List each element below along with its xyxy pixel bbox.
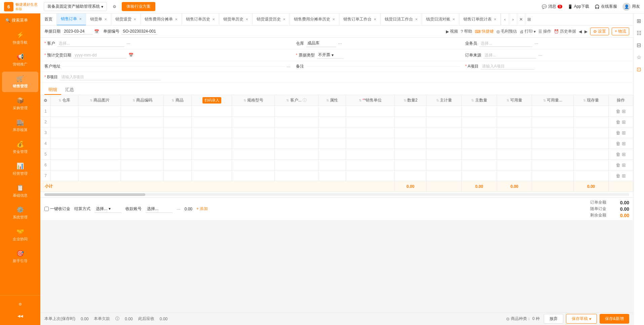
delivery-calendar-icon[interactable]: 📅 <box>128 53 134 57</box>
sidebar-item-inventory[interactable]: 🏬 库存核算 <box>2 115 38 136</box>
tab-close-icon[interactable]: ✕ <box>332 17 335 21</box>
tab-menu-btn[interactable]: ✕ <box>517 13 525 26</box>
account-ellipsis[interactable]: ··· <box>177 206 181 212</box>
table-cell[interactable] <box>51 170 78 181</box>
delete-icon[interactable]: 🗑 <box>616 109 620 114</box>
save-draft-button[interactable]: 保存草稿 ▾ <box>566 314 597 324</box>
table-cell[interactable] <box>318 138 346 149</box>
table-cell[interactable] <box>497 117 532 127</box>
table-cell[interactable] <box>318 106 346 117</box>
right-settings-icon[interactable]: ⊞ <box>634 16 644 26</box>
order-source-input[interactable] <box>483 52 536 58</box>
table-cell[interactable] <box>121 127 164 138</box>
message-button[interactable]: 💬 消息 9 <box>542 4 562 9</box>
table-cell[interactable] <box>78 127 121 138</box>
table-cell[interactable] <box>191 138 232 149</box>
table-cell[interactable] <box>573 160 609 170</box>
table-cell[interactable] <box>394 127 426 138</box>
tab-close-icon[interactable]: ✕ <box>79 17 82 21</box>
scan-button[interactable]: 扫码录入 <box>202 97 221 104</box>
table-cell[interactable] <box>164 149 191 160</box>
tab-stats[interactable]: 销售订单统计表 ✕ <box>459 13 501 26</box>
table-cell[interactable] <box>78 149 121 160</box>
app-download-button[interactable]: 📱 App下载 <box>568 4 589 9</box>
order-source-ellipsis[interactable]: ··· <box>538 52 542 58</box>
table-cell[interactable] <box>532 127 573 138</box>
table-cell[interactable] <box>497 170 532 181</box>
a-project-input[interactable] <box>481 63 534 70</box>
table-cell[interactable] <box>232 117 275 127</box>
table-cell[interactable] <box>573 149 609 160</box>
table-cell[interactable] <box>497 160 532 170</box>
tab-order-workbench[interactable]: 销售订单工作台 ✕ <box>339 13 381 26</box>
table-cell[interactable] <box>51 117 78 127</box>
history-btn[interactable]: ⏰ 历史单据 <box>554 29 576 34</box>
table-cell[interactable] <box>426 170 462 181</box>
table-cell[interactable] <box>346 117 394 127</box>
view-btn[interactable]: ▶ 视频 <box>446 29 458 34</box>
next-record-btn[interactable]: ▶ <box>584 29 588 34</box>
table-cell[interactable] <box>462 170 497 181</box>
tab-expense-history[interactable]: 销售费用分摊单历史 ✕ <box>290 13 339 26</box>
table-cell[interactable] <box>191 117 232 127</box>
table-cell[interactable] <box>78 138 121 149</box>
table-cell[interactable] <box>462 138 497 149</box>
table-cell[interactable] <box>532 170 573 181</box>
table-cell[interactable] <box>573 170 609 181</box>
save-new-button[interactable]: 保存&新增 <box>600 314 629 324</box>
sidebar-item-operations[interactable]: 📊 经营管理 <box>2 159 38 179</box>
save-draft-dropdown-icon[interactable]: ▾ <box>589 317 591 321</box>
table-cell[interactable] <box>164 170 191 181</box>
delete-icon[interactable]: 🗑 <box>616 152 620 157</box>
table-cell[interactable] <box>121 149 164 160</box>
table-cell[interactable] <box>121 138 164 149</box>
col-product[interactable]: ⇅ 商品 <box>164 95 191 106</box>
tab-next-btn[interactable]: › <box>509 13 517 26</box>
col-image[interactable]: ⇅ 商品图片 <box>78 95 121 106</box>
table-cell[interactable] <box>346 106 394 117</box>
table-cell[interactable] <box>573 127 609 138</box>
table-cell[interactable] <box>426 127 462 138</box>
table-cell[interactable] <box>78 117 121 127</box>
delete-icon[interactable]: 🗑 <box>616 119 620 125</box>
profit-btn[interactable]: ◎ 毛利预估 <box>496 29 517 34</box>
copy-icon[interactable]: ⊞ <box>622 119 626 125</box>
right-star-icon[interactable]: ☆ <box>634 52 644 62</box>
tab-prev-btn[interactable]: ‹ <box>501 13 509 26</box>
warehouse-ellipsis[interactable]: ··· <box>338 41 342 46</box>
sidebar-item-enterprise[interactable]: 🤝 企业协同 <box>2 225 38 245</box>
tab-sales-return[interactable]: 销货退货 ✕ <box>111 13 141 26</box>
col-warehouse[interactable]: ⇅ 仓库 <box>51 95 78 106</box>
help-btn[interactable]: ? 帮助 <box>461 29 472 34</box>
tab-summary[interactable]: 汇总 <box>61 85 78 95</box>
table-cell[interactable] <box>191 106 232 117</box>
copy-icon[interactable]: ⊞ <box>622 109 626 114</box>
tab-close-icon[interactable]: ✕ <box>175 17 178 21</box>
table-cell[interactable] <box>275 117 318 127</box>
table-cell[interactable] <box>232 149 275 160</box>
table-cell[interactable] <box>191 170 232 181</box>
delete-icon[interactable]: 🗑 <box>616 162 620 168</box>
table-cell[interactable] <box>462 127 497 138</box>
col-qty2[interactable]: ⇅ 数量2 <box>394 95 426 106</box>
add-payment-btn[interactable]: + 添加 <box>196 206 208 212</box>
staff-ellipsis[interactable]: ··· <box>534 41 538 46</box>
sidebar-item-quick-nav[interactable]: ⚡ 快捷导航 <box>2 28 38 48</box>
tab-close-icon[interactable]: ✕ <box>494 17 496 21</box>
calendar-icon[interactable]: 📅 <box>94 29 99 34</box>
table-cell[interactable] <box>394 117 426 127</box>
account-select[interactable]: 选择... <box>146 205 173 213</box>
copy-icon[interactable]: ⊞ <box>622 141 626 146</box>
table-cell[interactable] <box>275 160 318 170</box>
delete-icon[interactable]: 🗑 <box>616 173 620 178</box>
one-click-checkbox-input[interactable] <box>44 207 49 211</box>
system-settings-icon[interactable]: ⚙ <box>110 2 119 11</box>
table-cell[interactable] <box>532 160 573 170</box>
table-cell[interactable] <box>497 149 532 160</box>
table-cell[interactable] <box>121 170 164 181</box>
table-cell[interactable] <box>232 170 275 181</box>
tab-daily-workbench[interactable]: 钱货日清工作台 ✕ <box>381 13 422 26</box>
table-cell[interactable] <box>497 106 532 117</box>
table-cell[interactable] <box>51 160 78 170</box>
table-cell[interactable] <box>275 149 318 160</box>
